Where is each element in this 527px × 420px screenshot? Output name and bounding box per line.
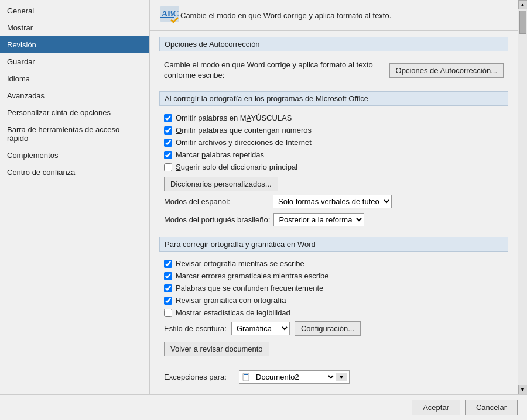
autocorrect-row: Cambie el modo en que Word corrige y apl… bbox=[164, 57, 504, 83]
spelling-option-0: Omitir palabras en MAYÚSCULAS bbox=[164, 112, 504, 124]
spelling-label-4[interactable]: Sugerir solo del diccionario principal bbox=[164, 163, 297, 171]
grammar-option-3: Revisar gramática con ortografía bbox=[164, 294, 504, 307]
estilo-label: Estilo de escritura: bbox=[164, 324, 227, 333]
spelling-option-4: Sugerir solo del diccionario principal bbox=[164, 161, 504, 173]
svg-text:ABC: ABC bbox=[162, 9, 179, 18]
spelling-check-2[interactable] bbox=[164, 139, 172, 147]
spelling-title: Al corregir la ortografía en los program… bbox=[165, 94, 368, 103]
grammar-label-4[interactable]: Mostrar estadísticas de legibilidad bbox=[164, 308, 290, 317]
header-bar: ABC Cambie el modo en que Word corrige y… bbox=[150, 0, 518, 31]
document-icon bbox=[242, 373, 251, 382]
sidebar-item-personalizar[interactable]: Personalizar cinta de opciones bbox=[0, 104, 149, 121]
sidebar-item-avanzadas[interactable]: Avanzadas bbox=[0, 87, 149, 104]
aceptar-button[interactable]: Aceptar bbox=[412, 400, 460, 415]
dialog-root: General Mostrar Revisión Guardar Idioma … bbox=[0, 0, 527, 420]
abc-icon: ABC bbox=[159, 5, 180, 26]
grammar-label-3[interactable]: Revisar gramática con ortografía bbox=[164, 296, 286, 305]
spelling-option-1: Omitir palabras que contengan números bbox=[164, 124, 504, 136]
sidebar-item-guardar[interactable]: Guardar bbox=[0, 53, 149, 70]
sidebar-item-centro[interactable]: Centro de confianza bbox=[0, 164, 149, 181]
grammar-check-0[interactable] bbox=[164, 260, 172, 268]
configuracion-button[interactable]: Configuración... bbox=[295, 321, 361, 336]
spelling-body: Omitir palabras en MAYÚSCULAS Omitir pal… bbox=[159, 109, 508, 231]
sidebar-item-mostrar[interactable]: Mostrar bbox=[0, 19, 149, 36]
svg-rect-5 bbox=[244, 376, 248, 376]
sidebar-item-barra[interactable]: Barra de herramientas de acceso rápido bbox=[0, 121, 149, 147]
sidebar-label-revision: Revisión bbox=[7, 40, 36, 49]
autocorrection-body: Cambie el modo en que Word corrige y apl… bbox=[159, 55, 508, 85]
spelling-check-3[interactable] bbox=[164, 151, 172, 159]
grammar-option-4: Mostrar estadísticas de legibilidad bbox=[164, 307, 504, 319]
sidebar-label-mostrar: Mostrar bbox=[7, 23, 33, 32]
svg-rect-6 bbox=[244, 377, 247, 377]
spelling-check-4[interactable] bbox=[164, 163, 172, 171]
spelling-label-0[interactable]: Omitir palabras en MAYÚSCULAS bbox=[164, 113, 292, 122]
grammar-body: Revisar ortografía mientras se escribe M… bbox=[159, 255, 508, 360]
sidebar-label-guardar: Guardar bbox=[7, 57, 35, 66]
sidebar-label-barra: Barra de herramientas de acceso rápido bbox=[7, 125, 119, 143]
dictionaries-row: Diccionarios personalizados... bbox=[164, 173, 504, 192]
grammar-title: Para corregir ortografía y gramática en … bbox=[165, 240, 316, 249]
cancelar-button[interactable]: Cancelar bbox=[465, 400, 518, 415]
grammar-check-1[interactable] bbox=[164, 272, 172, 280]
sidebar-label-centro: Centro de confianza bbox=[7, 168, 75, 177]
scrollbar: ▲ ▼ bbox=[518, 0, 527, 394]
modos-portugues-row: Modos del portugués brasileño: Posterior… bbox=[164, 211, 504, 229]
content-area: Opciones de Autocorrección Cambie el mod… bbox=[150, 31, 518, 394]
exceptions-row: Excepciones para: bbox=[164, 368, 504, 386]
scroll-thumb[interactable] bbox=[519, 11, 526, 34]
modos-portugues-label: Modos del portugués brasileño: bbox=[164, 215, 270, 224]
exceptions-body: Excepciones para: bbox=[159, 366, 508, 388]
sidebar-label-avanzadas: Avanzadas bbox=[7, 91, 45, 100]
svg-rect-4 bbox=[244, 374, 248, 375]
exceptions-doc-select[interactable]: Documento2 bbox=[254, 372, 336, 382]
estilo-row: Estilo de escritura: Gramática Configura… bbox=[164, 319, 504, 338]
autocorrection-header: Opciones de Autocorrección bbox=[159, 37, 508, 51]
grammar-label-0[interactable]: Revisar ortografía mientras se escribe bbox=[164, 259, 304, 268]
grammar-check-2[interactable] bbox=[164, 284, 172, 292]
scroll-down-arrow[interactable]: ▼ bbox=[518, 385, 528, 394]
sidebar-label-complementos: Complementos bbox=[7, 151, 58, 160]
section-grammar: Para corregir ortografía y gramática en … bbox=[159, 237, 508, 360]
modos-espanol-select[interactable]: Solo formas verbales de tuteo bbox=[273, 195, 392, 208]
dictionaries-button[interactable]: Diccionarios personalizados... bbox=[164, 177, 278, 191]
grammar-label-2[interactable]: Palabras que se confunden frecuentemente bbox=[164, 284, 323, 292]
autocorrect-button[interactable]: Opciones de Autocorrección... bbox=[389, 63, 504, 78]
revisar-button[interactable]: Volver a revisar documento bbox=[164, 342, 269, 356]
exceptions-select-wrap: Documento2 ▼ bbox=[239, 370, 350, 384]
autocorrection-title: Opciones de Autocorrección bbox=[165, 40, 260, 49]
sidebar-item-general[interactable]: General bbox=[0, 2, 149, 19]
grammar-label-1[interactable]: Marcar errores gramaticales mientras esc… bbox=[164, 271, 329, 280]
grammar-header: Para corregir ortografía y gramática en … bbox=[159, 237, 508, 252]
spelling-option-3: Marcar palabras repetidas bbox=[164, 149, 504, 161]
revisar-row: Volver a revisar documento bbox=[164, 338, 504, 357]
spelling-label-1[interactable]: Omitir palabras que contengan números bbox=[164, 126, 312, 135]
scroll-up-arrow[interactable]: ▲ bbox=[518, 0, 528, 9]
section-spelling: Al corregir la ortografía en los program… bbox=[159, 91, 508, 231]
sidebar-label-idioma: Idioma bbox=[7, 74, 30, 83]
spelling-label-3[interactable]: Marcar palabras repetidas bbox=[164, 150, 264, 159]
sidebar-item-idioma[interactable]: Idioma bbox=[0, 70, 149, 87]
grammar-option-2: Palabras que se confunden frecuentemente bbox=[164, 282, 504, 294]
spelling-label-2[interactable]: Omitir archivos y direcciones de Interne… bbox=[164, 138, 312, 147]
sidebar: General Mostrar Revisión Guardar Idioma … bbox=[0, 0, 150, 394]
scroll-track bbox=[518, 9, 527, 385]
sidebar-label-personalizar: Personalizar cinta de opciones bbox=[7, 108, 111, 117]
section-autocorrection: Opciones de Autocorrección Cambie el mod… bbox=[159, 37, 508, 85]
main-content: ABC Cambie el modo en que Word corrige y… bbox=[150, 0, 518, 394]
sidebar-item-complementos[interactable]: Complementos bbox=[0, 147, 149, 164]
section-exceptions: Excepciones para: bbox=[159, 366, 508, 388]
spelling-check-0[interactable] bbox=[164, 114, 172, 122]
estilo-select[interactable]: Gramática bbox=[231, 322, 290, 335]
exceptions-dropdown-arrow[interactable]: ▼ bbox=[336, 373, 347, 381]
grammar-check-3[interactable] bbox=[164, 297, 172, 305]
bottom-bar: Aceptar Cancelar bbox=[0, 394, 527, 420]
modos-espanol-label: Modos del español: bbox=[164, 197, 269, 206]
spelling-check-1[interactable] bbox=[164, 126, 172, 135]
sidebar-item-revision[interactable]: Revisión bbox=[0, 36, 149, 53]
modos-portugues-select[interactable]: Posterior a la reforma bbox=[273, 213, 364, 226]
grammar-check-4[interactable] bbox=[164, 309, 172, 317]
grammar-option-1: Marcar errores gramaticales mientras esc… bbox=[164, 270, 504, 282]
autocorrect-description: Cambie el modo en que Word corrige y apl… bbox=[164, 60, 385, 81]
modos-espanol-row: Modos del español: Solo formas verbales … bbox=[164, 192, 504, 211]
